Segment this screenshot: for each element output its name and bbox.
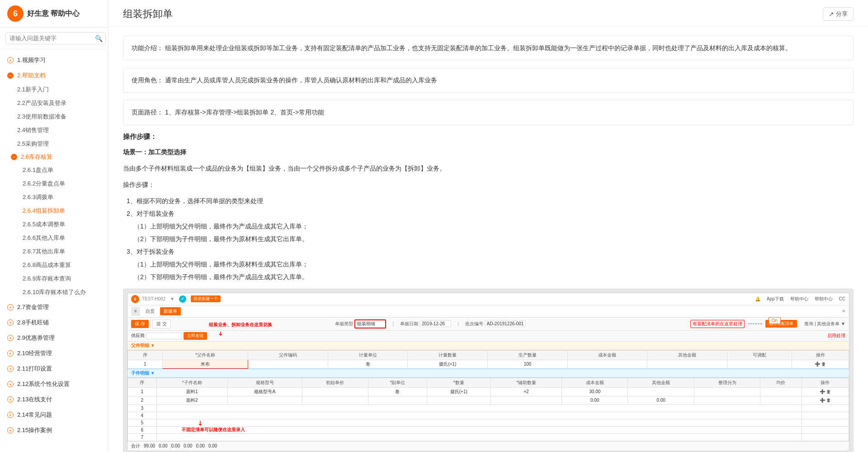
lower-row2-del-icon[interactable]: 🗑	[826, 398, 831, 403]
lower-td-qty-1: 摄氏(+1)	[427, 387, 491, 396]
sidebar-item-2-6-6[interactable]: 2.6.6其他入库单	[5, 231, 108, 245]
lower-table-row-4: 4	[128, 412, 849, 419]
lower-th-seq: 序	[128, 378, 157, 387]
nav-section-2-7-header[interactable]: + 2.7资金管理	[0, 300, 108, 314]
intro-text: 功能介绍： 组装拆卸单用来处理企业组装或拆卸等加工业务，支持有固定装配清单的产品…	[132, 43, 845, 54]
status-dot: ✔	[179, 295, 186, 303]
lower-row1-add-icon[interactable]: ➕	[820, 389, 825, 394]
lower-row1-del-icon[interactable]: 🗑	[826, 389, 831, 394]
lower-td-subunit-2	[368, 396, 427, 404]
app-tab-home[interactable]: 自贡	[142, 307, 158, 315]
path-text: 页面路径： 1、库存核算->库存管理->组装拆卸单 2、首页->常用功能	[132, 107, 845, 118]
nav-section-2-14-header[interactable]: + 2.14常见问题	[0, 408, 108, 422]
upper-th-8: 其他金额	[647, 350, 727, 360]
field-separator-2: |	[458, 321, 459, 326]
nav-section-2-9-label: 2.9优惠券管理	[17, 334, 55, 342]
lower-td-seq-3: 3	[128, 404, 157, 412]
app-search-row: 供应商 立即发现 启用处理 组装业务、拆卸业务在这里切换	[127, 331, 849, 342]
lower-td-action-6	[802, 426, 849, 433]
step2-sub1: （1）上部明细为父件明细，最终作为产成品生成其它入库单；	[134, 220, 854, 233]
nav-section-2-15-header[interactable]: + 2.15操作案例	[0, 423, 108, 438]
scene1-title: 场景一：加工类型选择	[123, 146, 854, 158]
upper-row-del-icon[interactable]: 🗑	[821, 362, 826, 366]
nav-section-2-8-header[interactable]: + 2.8手机旺铺	[0, 315, 108, 330]
sidebar-item-2-6-4[interactable]: 2.6.4组装拆卸单	[5, 204, 108, 218]
bottom-val6: 0.00	[208, 443, 217, 448]
sidebar-item-2-4[interactable]: 2.4销售管理	[0, 124, 108, 137]
upper-th-7: 成本金额	[567, 350, 647, 360]
app-supplier-input[interactable]	[146, 333, 182, 339]
app-cc-label: CC	[839, 296, 845, 301]
nav-section-2-12-header[interactable]: + 2.12系统个性化设置	[0, 377, 108, 391]
logo-icon: 6	[7, 5, 24, 22]
role-block: 使用角色： 通常由生产人员或库管人员完成拆装业务的操作，库管人员确认原材料的出库…	[123, 68, 854, 93]
sidebar-item-2-6-8[interactable]: 2.6.8商品成本重算	[5, 258, 108, 272]
upper-td-qty1-1: 摄氏(+1)	[408, 360, 488, 368]
lower-td-avg-1	[760, 387, 802, 396]
nav-section-2-13-header[interactable]: + 2.13在线支付	[0, 392, 108, 407]
sidebar-item-2-6-9[interactable]: 2.6.9库存账本查询	[5, 272, 108, 285]
expand-icon-2-11: +	[7, 366, 14, 372]
sidebar-item-2-6-2[interactable]: 2.6.2分量盘点单	[5, 177, 108, 190]
sidebar-item-2-6-5[interactable]: 2.6.5成本调整单	[5, 218, 108, 231]
upper-td-qty2-1: 100	[488, 360, 568, 368]
sidebar-item-2-6-1[interactable]: 2.6.1盘点单	[5, 163, 108, 177]
nav-section-docs-header[interactable]: − 2.帮助文档	[0, 68, 108, 83]
app-doctype-value[interactable]: 组装明细	[354, 319, 386, 328]
app-date-value[interactable]: 2019-12-26	[420, 320, 451, 327]
app-tab-new[interactable]: 新建单	[160, 307, 181, 315]
lower-td-empty-5	[156, 419, 802, 426]
expand-icon-2-12: +	[7, 381, 14, 387]
app-company-name: TEST-H002	[142, 296, 165, 301]
lower-table-row-2: 2 面料2 0.00 0.00	[128, 396, 849, 404]
lower-td-name-2: 面料2	[156, 396, 227, 404]
lower-td-spec-2	[227, 396, 302, 404]
nav-section-2-9-header[interactable]: + 2.9优惠券管理	[0, 331, 108, 345]
bottom-val5: 0.00	[196, 443, 204, 448]
app-search-label: 供应商	[131, 333, 145, 339]
upper-th-9: 可调配	[727, 350, 792, 360]
search-icon[interactable]: 🔍	[95, 35, 103, 42]
app-save-button[interactable]: 保 存	[131, 320, 149, 328]
sidebar-item-2-3[interactable]: 2.3使用前数据准备	[0, 110, 108, 124]
upper-td-unit-1: 卷	[328, 360, 408, 368]
upper-table-header-row: 序 *父件名称 父件编码 计量单位 计量数量 生产数量 成本金额 其他金额 可调…	[128, 350, 849, 360]
lower-td-empty-4	[156, 412, 802, 419]
upper-td-cost-1	[567, 360, 647, 368]
app-submit-button[interactable]: 提 交	[152, 319, 171, 328]
app-sidebar-toggle[interactable]: ≡	[131, 307, 140, 316]
sidebar-item-2-1[interactable]: 2.1新手入门	[0, 83, 108, 96]
lower-row2-add-icon[interactable]: ➕	[820, 398, 825, 403]
app-search-submit-button[interactable]: 立即发现	[184, 332, 207, 340]
annotation-enable-label: 启用处理	[827, 333, 845, 339]
app-batch-value[interactable]: AD-20191226-001	[485, 320, 526, 327]
sidebar-item-2-5[interactable]: 2.5采购管理	[0, 137, 108, 151]
sidebar-item-2-2[interactable]: 2.2产品安装及登录	[0, 96, 108, 110]
nav-section-2-6-header[interactable]: − 2.6库存核算	[0, 151, 108, 163]
annotation-arrow-1	[748, 324, 762, 324]
nav-section-video-header[interactable]: + 1.视频学习	[0, 53, 108, 67]
lower-th-11: 操作	[802, 378, 849, 387]
upper-table-row-1: 1 米布 卷 摄氏(+1) 100	[128, 360, 849, 368]
lower-td-empty-6	[156, 426, 802, 433]
intro-block: 功能介绍： 组装拆卸单用来处理企业组装或拆卸等加工业务，支持有固定装配清单的产品…	[123, 36, 854, 61]
step1: 1、根据不同的业务，选择不同单据的类型来处理	[127, 195, 854, 207]
lower-td-action-3	[802, 404, 849, 412]
lower-th-5: *数量	[427, 378, 491, 387]
sidebar-item-2-6-7[interactable]: 2.6.7其他出库单	[5, 245, 108, 258]
search-input[interactable]	[5, 32, 106, 44]
nav-section-2-11-header[interactable]: + 2.11打印设置	[0, 362, 108, 376]
sidebar-item-2-6-10[interactable]: 2.6.10库存账本错了么办	[5, 285, 108, 299]
upper-row-add-icon[interactable]: ➕	[815, 362, 820, 366]
step3: 3、对于拆装业务	[127, 245, 854, 258]
share-button[interactable]: ↗ 分享	[823, 7, 854, 21]
sidebar-item-2-6-3[interactable]: 2.6.3调拨单	[5, 190, 108, 204]
upper-td-avail-1	[727, 360, 792, 368]
lower-td-seq-5: 5	[128, 419, 157, 426]
nav-section-2-10-header[interactable]: + 2.10经营管理	[0, 346, 108, 361]
lower-th-10: 均价	[760, 378, 802, 387]
new-doc-button[interactable]: 前进新建一个	[191, 295, 221, 302]
lower-td-sort-1	[694, 387, 760, 396]
app-close-icon[interactable]: ✕	[842, 309, 845, 314]
lower-table-row-1: 1 面料1 规格型号A 卷 摄氏(+1) +2 30.00	[128, 387, 849, 396]
